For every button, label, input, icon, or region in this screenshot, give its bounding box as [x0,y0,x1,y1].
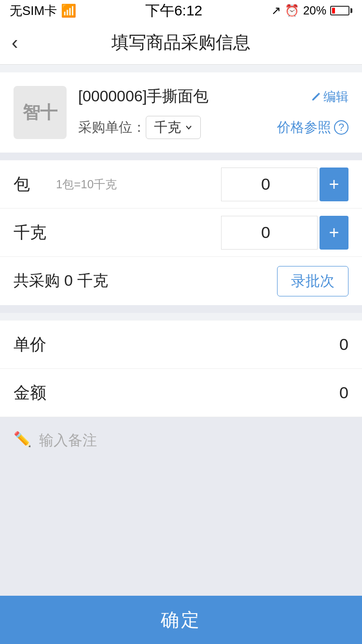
bag-sublabel: 1包=10千克 [56,177,221,192]
divider-1 [0,153,362,160]
amount-label: 金额 [14,382,46,404]
bag-input-right: + [221,168,348,201]
unit-row: 采购单位： 千克 价格参照 ? [78,116,348,139]
wifi-icon: 📶 [61,3,76,18]
amount-row: 金额 0 [0,369,362,417]
kg-quantity-input[interactable] [221,216,318,250]
carrier-text: 无SIM卡 [10,2,57,19]
price-ref-help-icon: ? [334,120,348,135]
unit-price-value: 0 [339,335,348,354]
page-title: 填写商品采购信息 [111,31,251,55]
input-section: 包 1包=10千克 + 千克 + [0,160,362,257]
product-thumbnail: 智十 [14,86,67,139]
unit-price-label: 单价 [14,334,46,356]
kg-input-right: + [221,216,348,250]
location-icon: ↗ [271,4,281,17]
bag-input-row: 包 1包=10千克 + [0,160,362,209]
unit-label: 采购单位： [78,118,146,137]
kg-input-row: 千克 + [0,209,362,257]
bag-quantity-input[interactable] [221,168,318,201]
pencil-icon: ✏️ [14,431,31,448]
total-text: 共采购 0 千克 [14,270,108,292]
battery-pct-text: 20% [303,4,326,17]
status-time: 下午6:12 [145,1,202,21]
notes-section[interactable]: ✏️ 输入备注 [0,417,362,514]
back-button[interactable]: ‹ [12,32,18,54]
product-card: 智十 [0000006]手撕面包 编辑 采购单位： 千克 价格参照 ? [0,72,362,153]
total-row: 共采购 0 千克 录批次 [0,257,362,305]
unit-price-row: 单价 0 [0,321,362,369]
kg-label: 千克 [14,222,52,244]
confirm-button[interactable]: 确定 [0,596,362,644]
product-name: [0000006]手撕面包 [78,86,209,107]
edit-button[interactable]: 编辑 [311,88,348,105]
nav-bar: ‹ 填写商品采购信息 [0,21,362,65]
product-info: [0000006]手撕面包 编辑 采购单位： 千克 价格参照 ? [78,86,348,139]
product-name-row: [0000006]手撕面包 编辑 [78,86,348,107]
unit-select[interactable]: 千克 [146,116,201,139]
bag-label: 包 [14,173,52,196]
status-bar: 无SIM卡 📶 下午6:12 ↗ ⏰ 20% [0,0,362,21]
kg-plus-button[interactable]: + [320,216,348,250]
amount-value: 0 [339,383,348,402]
product-logo: 智十 [23,104,57,121]
chevron-down-icon [185,124,193,131]
batch-button[interactable]: 录批次 [277,266,348,296]
price-section: 单价 0 金额 0 [0,321,362,417]
status-left: 无SIM卡 📶 [10,2,76,19]
price-ref-button[interactable]: 价格参照 ? [277,118,348,137]
battery-indicator [330,6,352,15]
edit-icon [311,91,321,102]
bag-plus-button[interactable]: + [320,168,348,201]
notes-placeholder: 输入备注 [39,431,97,450]
alarm-icon: ⏰ [285,4,299,17]
status-right: ↗ ⏰ 20% [271,4,352,17]
divider-2 [0,305,362,313]
